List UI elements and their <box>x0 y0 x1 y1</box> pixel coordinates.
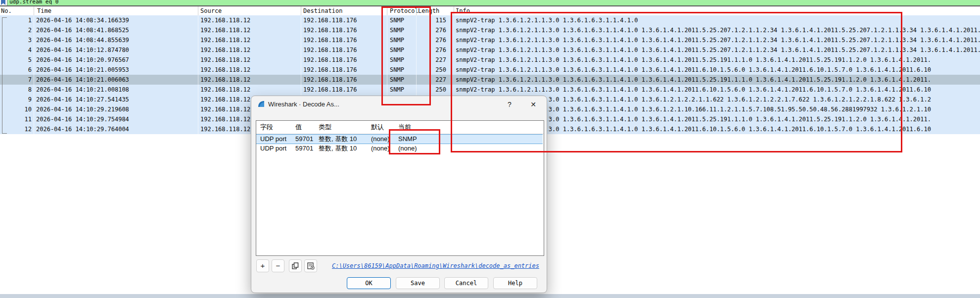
cell-destination: 192.168.118.176 <box>303 45 357 55</box>
cancel-button[interactable]: Cancel <box>444 277 488 289</box>
cell-length: 250 <box>412 65 446 75</box>
col-header-protocol[interactable]: Protocol <box>390 7 419 14</box>
col-header-length[interactable]: Length <box>418 7 439 14</box>
cell-protocol: SNMP <box>390 55 404 65</box>
col-header-value[interactable]: 值 <box>295 123 302 132</box>
save-button[interactable]: Save <box>396 277 440 289</box>
col-header-info[interactable]: Info <box>456 7 470 14</box>
cell-time: 2026-04-16 14:08:44.855639 <box>36 35 129 45</box>
display-filter-bar[interactable]: udp.stream eq 0 <box>0 0 980 6</box>
cell-type: 整数, 基数 10 <box>319 144 357 153</box>
cell-length: 276 <box>412 35 446 45</box>
col-header-current[interactable]: 当前 <box>398 123 411 132</box>
col-header-type[interactable]: 类型 <box>319 123 331 132</box>
cell-no: 8 <box>6 85 32 95</box>
col-header-source[interactable]: Source <box>200 7 222 14</box>
cell-default: (none) <box>371 144 390 153</box>
cell-current[interactable]: SNMP <box>398 135 417 144</box>
ok-button[interactable]: OK <box>347 277 391 289</box>
clear-rules-button[interactable] <box>304 259 317 272</box>
wireshark-window: udp.stream eq 0 No. Time Source Destinat… <box>0 0 980 298</box>
cell-source: 192.168.118.12 <box>200 65 250 75</box>
row-column-divider <box>198 15 198 134</box>
column-divider[interactable] <box>387 6 387 15</box>
remove-rule-button[interactable]: − <box>272 259 284 272</box>
cell-info: snmpV2-trap 1.3.6.1.2.1.1.3.0 1.3.6.1.6.… <box>456 65 931 75</box>
col-header-field[interactable]: 字段 <box>260 123 273 132</box>
packet-row-8[interactable]: 8 2026-04-16 14:10:21.008108 192.168.118… <box>0 85 980 95</box>
column-divider[interactable] <box>198 6 198 15</box>
col-header-default[interactable]: 默认 <box>371 123 384 132</box>
cell-time: 2026-04-16 14:08:34.166339 <box>36 15 129 25</box>
cell-default: (none) <box>371 135 390 144</box>
cell-source: 192.168.118.12 <box>200 25 250 35</box>
cell-time: 2026-04-16 14:10:27.541435 <box>36 95 129 104</box>
taskbar-edge <box>0 294 980 298</box>
cell-time: 2026-04-16 14:10:21.005953 <box>36 65 129 75</box>
packet-row-2[interactable]: 2 2026-04-16 14:08:41.868525 192.168.118… <box>0 25 980 35</box>
column-divider[interactable] <box>34 6 34 15</box>
cell-length: 227 <box>412 55 446 65</box>
decode-rule-row[interactable]: UDP port 59701 整数, 基数 10 (none) (none) <box>256 144 543 153</box>
col-header-no[interactable]: No. <box>1 7 12 14</box>
cell-info: snmpV2-trap 1.3.6.1.2.1.1.3.0 1.3.6.1.6.… <box>456 25 980 35</box>
filter-bookmark-box[interactable] <box>0 0 7 5</box>
cell-info: snmpV2-trap 1.3.6.1.2.1.1.3.0 1.3.6.1.6.… <box>456 15 638 25</box>
cell-no: 6 <box>6 65 32 75</box>
add-rule-button[interactable]: + <box>256 259 269 272</box>
cell-protocol: SNMP <box>390 15 404 25</box>
cell-time: 2026-04-16 14:10:29.754984 <box>36 114 129 124</box>
cell-current[interactable]: (none) <box>398 144 417 153</box>
dialog-title: Wireshark · Decode As... <box>268 100 339 108</box>
cell-type: 整数, 基数 10 <box>319 135 357 144</box>
cell-source: 192.168.118.12 <box>200 45 250 55</box>
dialog-close-button[interactable]: ✕ <box>527 99 539 110</box>
column-divider[interactable] <box>301 6 301 15</box>
cell-destination: 192.168.118.176 <box>303 75 357 85</box>
display-filter-input[interactable]: udp.stream eq 0 <box>9 0 58 5</box>
cell-time: 2026-04-16 14:10:21.008108 <box>36 85 129 95</box>
copy-rules-button[interactable] <box>289 259 302 272</box>
cell-value: 59701 <box>295 135 313 144</box>
cell-info: snmpV2-trap 1.3.6.1.2.1.1.3.0 1.3.6.1.6.… <box>456 55 931 65</box>
cell-info: snmpV2-trap 1.3.6.1.2.1.1.3.0 1.3.6.1.6.… <box>456 75 931 85</box>
copy-icon <box>292 262 299 269</box>
packet-row-7-selected[interactable]: 7 2026-04-16 14:10:21.006063 192.168.118… <box>0 75 980 85</box>
cell-protocol: SNMP <box>390 85 404 95</box>
packet-row-5[interactable]: 5 2026-04-16 14:10:20.976567 192.168.118… <box>0 55 980 65</box>
column-divider[interactable] <box>454 6 454 15</box>
cell-length: 276 <box>412 25 446 35</box>
cell-no: 4 <box>6 45 32 55</box>
conversation-bracket <box>2 17 7 134</box>
cell-time: 2026-04-16 14:10:21.006063 <box>36 75 129 85</box>
cell-value: 59701 <box>295 144 313 153</box>
cell-field: UDP port <box>260 144 286 153</box>
help-button[interactable]: Help <box>493 277 537 289</box>
packet-row-1[interactable]: 1 2026-04-16 14:08:34.166339 192.168.118… <box>0 15 980 25</box>
decode-as-dialog: Wireshark · Decode As... ? ✕ 字段 值 类型 默认 … <box>251 96 547 293</box>
cell-source: 192.168.118.12 <box>200 55 250 65</box>
cell-destination: 192.168.118.176 <box>303 85 357 95</box>
dialog-help-button[interactable]: ? <box>504 99 515 110</box>
cell-time: 2026-04-16 14:10:12.874780 <box>36 45 129 55</box>
column-divider[interactable] <box>416 6 417 15</box>
cell-no: 9 <box>6 95 32 104</box>
cell-source: 192.168.118.12 <box>200 15 250 25</box>
packet-row-4[interactable]: 4 2026-04-16 14:10:12.874780 192.168.118… <box>0 45 980 55</box>
cell-protocol: SNMP <box>390 65 404 75</box>
decode-rule-row-selected[interactable]: UDP port 59701 整数, 基数 10 (none) SNMP <box>256 134 543 144</box>
row-column-divider <box>34 15 34 134</box>
clear-list-icon <box>307 262 315 270</box>
cell-source: 192.168.118.12 <box>200 95 250 104</box>
cell-no: 1 <box>6 15 32 25</box>
packet-row-3[interactable]: 3 2026-04-16 14:08:44.855639 192.168.118… <box>0 35 980 45</box>
col-header-time[interactable]: Time <box>37 7 51 14</box>
cell-info: snmpV2-trap 1.3.6.1.2.1.1.3.0 1.3.6.1.6.… <box>456 45 980 55</box>
cell-no: 2 <box>6 25 32 35</box>
cell-destination: 192.168.118.176 <box>303 35 357 45</box>
cell-destination: 192.168.118.176 <box>303 55 357 65</box>
col-header-destination[interactable]: Destination <box>303 7 342 14</box>
cell-time: 2026-04-16 14:08:41.868525 <box>36 25 129 35</box>
packet-row-6[interactable]: 6 2026-04-16 14:10:21.005953 192.168.118… <box>0 65 980 75</box>
decode-as-entries-path-link[interactable]: C:\Users\86159\AppData\Roaming\Wireshark… <box>332 262 539 269</box>
